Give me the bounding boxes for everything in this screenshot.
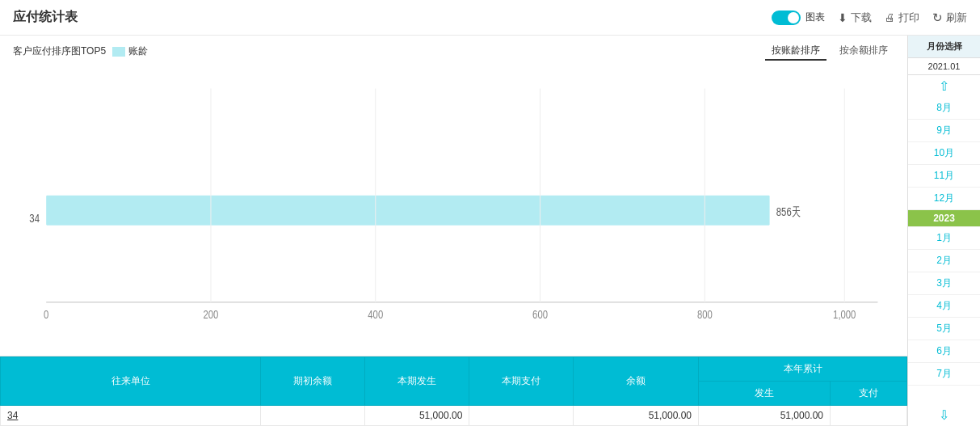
td-balance: 51,000.00 [574, 406, 699, 426]
sidebar-month-2[interactable]: 2月 [908, 250, 980, 272]
app-container: 应付统计表 图表 下载 打印 刷新 [0, 0, 980, 426]
right-sidebar: 月份选择 2021.01 ⇧ 8月 9月 10月 11月 12月 2023 1月… [907, 36, 980, 426]
chart-svg: 34 856天 0 200 400 600 800 [13, 67, 894, 356]
svg-text:600: 600 [532, 307, 548, 321]
sidebar-month-7[interactable]: 7月 [908, 363, 980, 386]
refresh-label: 刷新 [946, 11, 967, 25]
sidebar-month-5[interactable]: 5月 [908, 318, 980, 340]
chart-toggle-group: 图表 [772, 11, 825, 25]
print-button[interactable]: 打印 [885, 11, 919, 25]
sidebar-month-12[interactable]: 12月 [908, 188, 980, 210]
svg-text:200: 200 [204, 307, 219, 321]
legend-color-box [112, 47, 125, 57]
td-ytd-pay [831, 406, 907, 426]
sidebar-month-9[interactable]: 9月 [908, 120, 980, 142]
y-axis-label: 34 [29, 211, 40, 225]
legend-title: 客户应付排序图TOP5 [13, 44, 106, 58]
svg-text:400: 400 [368, 307, 383, 321]
sidebar-scroll[interactable]: 8月 9月 10月 11月 12月 2023 1月 2月 3月 4月 5月 6月… [908, 97, 980, 404]
page-title: 应付统计表 [13, 9, 78, 26]
td-current-occur: 51,000.00 [365, 406, 469, 426]
sidebar-month-1[interactable]: 1月 [908, 227, 980, 250]
table-container: 往来单位 期初余额 本期发生 本期支付 余额 本年累计 发生 支付 [0, 356, 907, 426]
chart-bar [46, 196, 769, 226]
th-opening: 期初余额 [261, 357, 365, 406]
td-unit: 34 [1, 406, 261, 426]
legend-item-label: 账龄 [128, 44, 148, 58]
table-row: 34 51,000.00 51,000.00 51,000.00 [1, 406, 907, 426]
sidebar-year[interactable]: 2021.01 [908, 58, 980, 75]
td-ytd-occur: 51,000.00 [699, 406, 831, 426]
sidebar-month-6[interactable]: 6月 [908, 340, 980, 363]
th-current-occur: 本期发生 [365, 357, 469, 406]
sidebar-down-btn[interactable]: ⇩ [908, 404, 980, 426]
sidebar-month-11[interactable]: 11月 [908, 165, 980, 188]
sort-by-balance-btn[interactable]: 按余额排序 [833, 42, 894, 61]
header-actions: 图表 下载 打印 刷新 [772, 11, 967, 25]
data-table: 往来单位 期初余额 本期发生 本期支付 余额 本年累计 发生 支付 [0, 356, 907, 426]
svg-text:0: 0 [44, 307, 48, 321]
chart-legend: 客户应付排序图TOP5 账龄 [13, 44, 148, 58]
chart-toggle-label: 图表 [805, 11, 825, 24]
legend-item: 账龄 [112, 44, 148, 58]
bar-end-label: 856天 [776, 205, 801, 218]
download-button[interactable]: 下载 [838, 11, 872, 25]
refresh-icon [932, 11, 943, 25]
th-unit: 往来单位 [1, 357, 261, 406]
print-icon [885, 11, 895, 23]
td-current-pay [469, 406, 574, 426]
sidebar-year-badge: 2023 [908, 210, 980, 227]
refresh-button[interactable]: 刷新 [932, 11, 967, 25]
th-ytd-group: 本年累计 [699, 357, 907, 382]
sidebar-month-3[interactable]: 3月 [908, 272, 980, 295]
th-ytd-occur: 发生 [699, 382, 831, 406]
unit-link[interactable]: 34 [7, 410, 18, 421]
download-icon [838, 11, 848, 24]
svg-text:1,000: 1,000 [833, 307, 856, 321]
header: 应付统计表 图表 下载 打印 刷新 [0, 0, 980, 36]
th-balance: 余额 [574, 357, 699, 406]
td-opening [261, 406, 365, 426]
download-label: 下载 [851, 11, 872, 25]
th-ytd-pay: 支付 [831, 382, 907, 406]
sidebar-header: 月份选择 [908, 36, 980, 58]
svg-text:800: 800 [697, 307, 713, 321]
sidebar-month-4[interactable]: 4月 [908, 295, 980, 318]
chart-controls: 客户应付排序图TOP5 账龄 按账龄排序 按余额排序 [0, 36, 907, 67]
sidebar-month-8[interactable]: 8月 [908, 97, 980, 120]
sort-by-amount-btn[interactable]: 按账龄排序 [765, 42, 826, 61]
sort-buttons: 按账龄排序 按余额排序 [765, 42, 894, 61]
sidebar-up-btn[interactable]: ⇧ [908, 75, 980, 97]
main-content: 客户应付排序图TOP5 账龄 按账龄排序 按余额排序 34 [0, 36, 980, 426]
print-label: 打印 [898, 11, 919, 25]
chart-wrapper: 34 856天 0 200 400 600 800 [0, 67, 907, 356]
sidebar-month-10[interactable]: 10月 [908, 142, 980, 165]
th-current-pay: 本期支付 [469, 357, 574, 406]
chart-toggle[interactable] [772, 11, 801, 25]
chart-area: 客户应付排序图TOP5 账龄 按账龄排序 按余额排序 34 [0, 36, 907, 426]
